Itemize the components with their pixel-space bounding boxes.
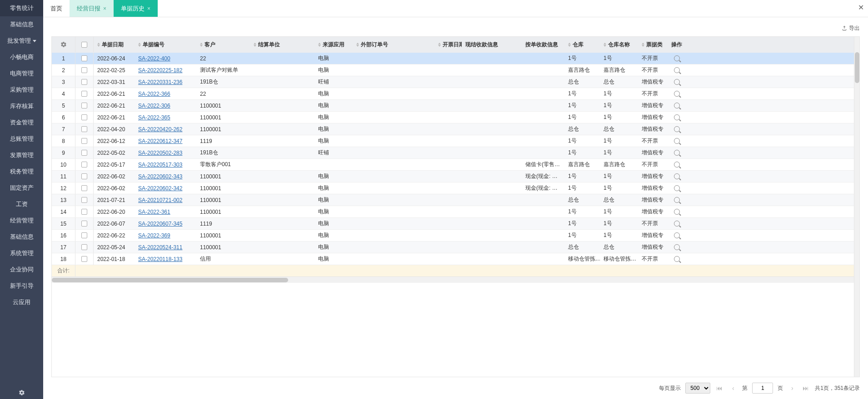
cell-action[interactable] — [666, 76, 687, 88]
search-icon[interactable] — [674, 67, 680, 73]
search-icon[interactable] — [674, 114, 680, 120]
row-checkbox[interactable] — [81, 91, 87, 97]
table-row[interactable]: 112022-06-02SA-20220602-3431100001电脑现金(现… — [52, 170, 854, 182]
tab[interactable]: 经营日报× — [70, 0, 114, 17]
sidebar-item[interactable]: 基础信息 — [0, 16, 43, 33]
sidebar-item[interactable]: 总账管理 — [0, 131, 43, 147]
table-row[interactable]: 162022-06-22SA-2022-3691100001电脑1号1号增值税专 — [52, 229, 854, 241]
cell-action[interactable] — [666, 123, 687, 135]
row-checkbox[interactable] — [81, 150, 87, 156]
sidebar-item[interactable]: 经营管理 — [0, 212, 43, 229]
row-checkbox-cell[interactable] — [75, 88, 94, 99]
sidebar-item[interactable]: 发票管理 — [0, 147, 43, 163]
sidebar-item[interactable]: 采购管理 — [0, 82, 43, 98]
cell-action[interactable] — [666, 135, 687, 147]
table-row[interactable]: 122022-06-02SA-20220602-3421100001电脑现金(现… — [52, 182, 854, 194]
vertical-scrollbar[interactable] — [854, 37, 859, 377]
sidebar-item[interactable]: 税务管理 — [0, 163, 43, 180]
col-customer[interactable]: 客户 — [196, 37, 250, 52]
row-checkbox-cell[interactable] — [75, 194, 94, 206]
per-page-select[interactable]: 500 — [685, 383, 710, 394]
sidebar-item[interactable]: 资金管理 — [0, 114, 43, 131]
table-row[interactable]: 32022-03-31SA-20220331-236191B仓旺铺总仓总仓增值税… — [52, 76, 854, 88]
sidebar-item[interactable]: 企业协同 — [0, 261, 43, 278]
col-source[interactable]: 来源应用 — [314, 37, 353, 52]
table-row[interactable]: 132021-07-21SA-20210721-0021100001电脑总仓总仓… — [52, 194, 854, 206]
col-ext-order[interactable]: 外部订单号 — [353, 37, 434, 52]
table-row[interactable]: 72022-04-20SA-20220420-2621100001电脑总仓总仓增… — [52, 123, 854, 135]
search-icon[interactable] — [674, 221, 680, 227]
vertical-scrollbar-thumb[interactable] — [855, 52, 859, 83]
doc-link[interactable]: SA-2022-361 — [138, 209, 170, 215]
search-icon[interactable] — [674, 162, 680, 167]
sidebar-item[interactable]: 新手引导 — [0, 278, 43, 294]
row-checkbox-cell[interactable] — [75, 64, 94, 76]
doc-link[interactable]: SA-2022-369 — [138, 232, 170, 239]
search-icon[interactable] — [674, 126, 680, 132]
row-checkbox[interactable] — [81, 209, 87, 215]
row-checkbox-cell[interactable] — [75, 76, 94, 88]
col-date[interactable]: 单据日期 — [94, 37, 135, 52]
doc-link[interactable]: SA-20220602-343 — [138, 173, 182, 180]
cell-action[interactable] — [666, 159, 687, 170]
row-checkbox[interactable] — [81, 173, 87, 179]
row-checkbox[interactable] — [81, 103, 87, 108]
search-icon[interactable] — [674, 150, 680, 156]
search-icon[interactable] — [674, 209, 680, 215]
row-checkbox[interactable] — [81, 138, 87, 144]
cell-action[interactable] — [666, 88, 687, 99]
cell-action[interactable] — [666, 100, 687, 111]
doc-link[interactable]: SA-20220524-311 — [138, 244, 182, 251]
col-invoice-date[interactable]: 开票日期 — [434, 37, 462, 52]
last-page-button[interactable]: ⏭ — [801, 384, 810, 393]
search-icon[interactable] — [674, 244, 680, 250]
doc-link[interactable]: SA-20210721-002 — [138, 197, 182, 203]
table-row[interactable]: 102022-05-17SA-20220517-303零散客户001储值卡(零售… — [52, 158, 854, 170]
table-row[interactable]: 92022-05-02SA-20220502-283191B仓旺铺1号1号增值税… — [52, 147, 854, 158]
search-icon[interactable] — [674, 138, 680, 144]
cell-action[interactable] — [666, 112, 687, 123]
cell-action[interactable] — [666, 182, 687, 194]
search-icon[interactable] — [674, 55, 680, 61]
search-icon[interactable] — [674, 256, 680, 262]
sidebar-item[interactable]: 云应用 — [0, 294, 43, 310]
sidebar-item[interactable]: 电商管理 — [0, 65, 43, 82]
row-checkbox[interactable] — [81, 256, 87, 262]
doc-link[interactable]: SA-20220607-345 — [138, 221, 182, 227]
search-icon[interactable] — [674, 232, 680, 238]
table-row[interactable]: 22022-02-25SA-20220225-182测试客户对账单电脑嘉言路仓嘉… — [52, 64, 854, 76]
row-checkbox-cell[interactable] — [75, 123, 94, 135]
table-row[interactable]: 152022-06-07SA-20220607-3451119电脑1号1号不开票 — [52, 217, 854, 229]
search-icon[interactable] — [674, 103, 680, 108]
cell-action[interactable] — [666, 147, 687, 158]
sidebar-item[interactable]: 基础信息 — [0, 229, 43, 245]
row-checkbox-cell[interactable] — [75, 218, 94, 229]
doc-link[interactable]: SA-20220602-342 — [138, 185, 182, 192]
table-row[interactable]: 182022-01-18SA-20220118-133信用电脑移动仓管拣…移动仓… — [52, 253, 854, 265]
row-checkbox[interactable] — [81, 67, 87, 73]
table-row[interactable]: 82022-06-12SA-20220612-3471119电脑1号1号不开票 — [52, 135, 854, 147]
cell-action[interactable] — [666, 53, 687, 64]
next-page-button[interactable]: › — [788, 384, 797, 393]
table-row[interactable]: 142022-06-20SA-2022-3611100001电脑1号1号增值税专 — [52, 206, 854, 217]
sidebar-item[interactable]: 工资 — [0, 196, 43, 212]
row-checkbox-cell[interactable] — [75, 135, 94, 147]
col-tax-type[interactable]: 票据类 — [638, 37, 666, 52]
doc-link[interactable]: SA-20220612-347 — [138, 138, 182, 144]
cell-action[interactable] — [666, 171, 687, 182]
row-checkbox-cell[interactable] — [75, 253, 94, 265]
row-checkbox-cell[interactable] — [75, 53, 94, 64]
first-page-button[interactable]: ⏮ — [715, 384, 724, 393]
row-checkbox-cell[interactable] — [75, 112, 94, 123]
table-row[interactable]: 12022-06-24SA-2022-40022电脑1号1号不开票 — [52, 52, 854, 64]
prev-page-button[interactable]: ‹ — [728, 384, 738, 393]
doc-link[interactable]: SA-20220502-283 — [138, 150, 182, 156]
row-checkbox[interactable] — [81, 244, 87, 250]
sidebar-item[interactable]: 批发管理 — [0, 33, 43, 49]
cell-action[interactable] — [666, 230, 687, 241]
doc-link[interactable]: SA-2022-366 — [138, 91, 170, 97]
doc-link[interactable]: SA-20220517-303 — [138, 162, 182, 168]
search-icon[interactable] — [674, 91, 680, 97]
col-code[interactable]: 单据编号 — [135, 37, 196, 52]
sidebar-settings[interactable] — [0, 386, 43, 399]
